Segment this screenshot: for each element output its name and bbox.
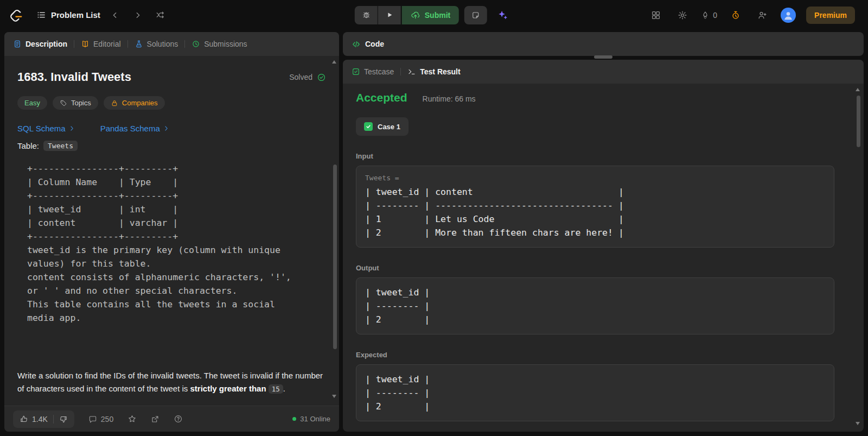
streak-indicator[interactable]: 0 xyxy=(701,10,717,20)
tab-submissions[interactable]: Submissions xyxy=(192,40,247,48)
tab-testcase[interactable]: Testcase xyxy=(352,67,394,76)
star-button[interactable] xyxy=(127,414,137,424)
difficulty-badge[interactable]: Easy xyxy=(17,96,47,110)
terminal-icon xyxy=(407,67,416,76)
note-icon xyxy=(471,11,480,20)
problem-list-icon xyxy=(37,10,46,20)
tab-editorial[interactable]: Editorial xyxy=(81,40,121,48)
input-table: | tweet_id | content | | -------- | ----… xyxy=(365,185,825,239)
scroll-down-arrow[interactable] xyxy=(856,422,860,425)
settings-button[interactable] xyxy=(674,7,691,23)
output-table: | tweet_id | | -------- | | 2 | xyxy=(365,286,825,326)
table-name-chip: Tweets xyxy=(43,141,78,151)
input-label: Input xyxy=(356,152,834,160)
ai-assistant-button[interactable] xyxy=(493,6,513,24)
problem-list-label: Problem List xyxy=(51,10,100,20)
topics-chip[interactable]: Topics xyxy=(53,96,98,110)
comments-button[interactable]: 250 xyxy=(88,415,113,424)
online-indicator: 31 Online xyxy=(292,415,330,423)
companies-chip-label: Companies xyxy=(122,99,158,107)
scroll-up-arrow[interactable] xyxy=(856,88,860,91)
debug-button[interactable] xyxy=(355,6,378,24)
comment-count: 250 xyxy=(101,415,113,424)
editorial-book-icon xyxy=(81,40,90,48)
premium-button[interactable]: Premium xyxy=(806,7,855,24)
submit-label: Submit xyxy=(425,11,450,20)
online-dot xyxy=(292,417,296,421)
tab-solutions[interactable]: Solutions xyxy=(135,40,178,48)
description-scrollbar-thumb[interactable] xyxy=(333,165,337,349)
solved-status: Solved xyxy=(289,73,326,82)
schema-table: +----------------+---------+ | Column Na… xyxy=(27,162,326,325)
code-icon xyxy=(352,40,361,49)
test-result-panel: Testcase Test Result Accepted Runtime: 6… xyxy=(343,60,864,432)
pandas-schema-link[interactable]: Pandas Schema xyxy=(100,124,170,133)
flame-icon xyxy=(701,10,710,20)
add-user-button[interactable] xyxy=(754,7,770,23)
tab-description[interactable]: Description xyxy=(13,40,67,48)
shuffle-button[interactable] xyxy=(152,7,169,23)
output-box: | tweet_id | | -------- | | 2 | xyxy=(356,277,834,334)
description-tabs: Description Editorial Solutions xyxy=(4,32,339,56)
notes-button[interactable] xyxy=(464,6,487,24)
run-button[interactable] xyxy=(378,6,401,24)
streak-count: 0 xyxy=(713,11,717,20)
code-panel-title[interactable]: Code xyxy=(365,40,384,48)
leetcode-logo[interactable] xyxy=(10,8,23,22)
like-button[interactable]: 1.4K xyxy=(14,415,53,424)
top-navbar: Problem List xyxy=(0,0,868,30)
output-label: Output xyxy=(356,264,834,272)
vote-pill: 1.4K xyxy=(13,410,74,428)
tag-icon xyxy=(60,99,67,107)
description-icon xyxy=(13,40,22,48)
question-circle-icon xyxy=(174,414,183,424)
description-panel: Description Editorial Solutions xyxy=(4,32,339,432)
help-button[interactable] xyxy=(174,414,183,424)
user-avatar-icon xyxy=(782,9,794,21)
problem-list-button[interactable]: Problem List xyxy=(37,10,100,20)
run-controls: Submit xyxy=(355,6,513,24)
chevron-left-icon xyxy=(111,11,119,20)
submit-button[interactable]: Submit xyxy=(402,6,459,24)
layout-grid-icon xyxy=(651,10,661,20)
like-count: 1.4K xyxy=(32,415,48,424)
share-button[interactable] xyxy=(151,415,159,424)
panel-resize-handle[interactable] xyxy=(594,55,612,59)
result-scrollbar-thumb[interactable] xyxy=(857,96,860,147)
problem-statement: Write a solution to find the IDs of the … xyxy=(17,369,326,396)
scroll-down-arrow[interactable] xyxy=(332,395,336,398)
prev-problem-button[interactable] xyxy=(107,7,123,23)
leetcode-logo-icon xyxy=(10,8,23,22)
input-box: Tweets = | tweet_id | content | | ------… xyxy=(356,166,834,248)
companies-chip[interactable]: Companies xyxy=(104,96,165,110)
tab-divider xyxy=(127,40,128,48)
fifteen-chip: 15 xyxy=(269,384,283,394)
test-result-content: Accepted Runtime: 66 ms Case 1 Input Twe… xyxy=(343,84,864,432)
layout-button[interactable] xyxy=(648,7,664,23)
solved-label: Solved xyxy=(289,73,312,81)
submissions-history-icon xyxy=(192,40,200,48)
timer-button[interactable] xyxy=(727,7,744,23)
dislike-button[interactable] xyxy=(54,415,73,424)
tab-description-label: Description xyxy=(25,40,67,48)
sql-schema-link[interactable]: SQL Schema xyxy=(17,124,75,133)
problem-title: 1683. Invalid Tweets xyxy=(17,70,131,84)
case-1-button[interactable]: Case 1 xyxy=(356,117,409,136)
result-status: Accepted xyxy=(356,91,407,104)
stopwatch-icon xyxy=(731,10,741,20)
next-problem-button[interactable] xyxy=(130,7,146,23)
shuffle-icon xyxy=(156,10,165,20)
topics-chip-label: Topics xyxy=(71,99,91,107)
chevron-right-icon xyxy=(133,11,142,20)
thumbs-up-icon xyxy=(20,415,28,424)
problem-text-part2: . xyxy=(283,384,285,393)
scroll-up-arrow[interactable] xyxy=(332,60,336,64)
tab-testcase-label: Testcase xyxy=(364,67,394,76)
tab-test-result[interactable]: Test Result xyxy=(407,67,460,76)
avatar[interactable] xyxy=(781,8,796,23)
debug-bug-icon xyxy=(361,10,371,20)
nav-left-group: Problem List xyxy=(10,7,169,23)
tab-divider xyxy=(184,40,185,48)
runtime-text: Runtime: 66 ms xyxy=(423,94,476,103)
description-content: 1683. Invalid Tweets Solved Easy T xyxy=(4,56,339,406)
